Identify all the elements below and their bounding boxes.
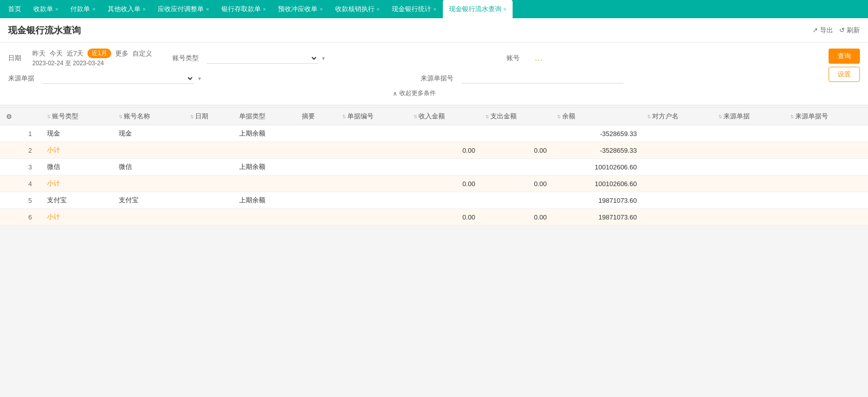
source-doc-no-input[interactable]	[462, 73, 623, 83]
table-cell: 3	[18, 159, 42, 175]
table-cell: 微信	[42, 159, 114, 175]
table-cell: 上期余额	[234, 192, 297, 209]
shortcut-custom[interactable]: 自定义	[132, 49, 152, 58]
th-source-doc-no[interactable]: ⇅来源单据号	[785, 108, 868, 125]
table-cell: 6	[18, 209, 42, 226]
table-cell: -3528659.33	[552, 125, 642, 142]
nav-item-yingshoutiaozheng[interactable]: 应收应付调整单 ×	[152, 0, 215, 18]
account-ellipsis-button[interactable]: ...	[535, 54, 543, 63]
table-cell	[0, 159, 18, 175]
table-cell	[785, 125, 868, 142]
close-icon[interactable]: ×	[92, 0, 95, 18]
table-cell	[0, 125, 18, 142]
close-icon[interactable]: ×	[433, 0, 436, 18]
date-range: 2023-02-24 至 2023-03-24	[32, 59, 152, 68]
close-icon[interactable]: ×	[377, 0, 380, 18]
table-header-row: ⚙ ⇅账号类型 ⇅账号名称 ⇅日期 单据类型 摘要 ⇅单据编号 ⇅收入金额 ⇅支…	[0, 108, 868, 125]
close-icon[interactable]: ×	[319, 0, 323, 18]
table-cell: 微信	[114, 159, 186, 175]
shortcut-yesterday[interactable]: 昨天	[32, 49, 45, 58]
th-date[interactable]: ⇅日期	[185, 108, 234, 125]
table-cell	[713, 175, 785, 192]
th-source-doc[interactable]: ⇅来源单据	[713, 108, 785, 125]
th-settings[interactable]: ⚙	[0, 108, 18, 125]
source-doc-select[interactable]	[42, 73, 194, 84]
table-cell	[337, 175, 409, 192]
table-cell: 支付宝	[114, 192, 186, 209]
filter-section: 日期 昨天 今天 近7天 近1月 更多 自定义 2023-02-24 至 202…	[8, 49, 860, 99]
th-account-type[interactable]: ⇅账号类型	[42, 108, 114, 125]
th-balance[interactable]: ⇅余额	[552, 108, 642, 125]
table-cell	[297, 125, 337, 142]
close-icon[interactable]: ×	[206, 0, 209, 18]
table-cell: 现金	[114, 125, 186, 142]
nav-item-xianjintongji[interactable]: 现金银行统计 ×	[386, 0, 442, 18]
nav-item-shoudan[interactable]: 收款单 ×	[27, 0, 64, 18]
nav-item-yinhangcunqu[interactable]: 银行存取款单 ×	[215, 0, 272, 18]
close-icon[interactable]: ×	[143, 0, 146, 18]
close-icon[interactable]: ×	[263, 0, 266, 18]
nav-item-liushui-active[interactable]: 现金银行流水查询 ×	[443, 0, 513, 18]
table-cell	[785, 175, 868, 192]
nav-item-fukuan[interactable]: 付款单 ×	[64, 0, 101, 18]
nav-item-yushoufan[interactable]: 预收冲应收单 ×	[272, 0, 329, 18]
shortcut-1month[interactable]: 近1月	[87, 49, 111, 58]
th-doc-type: 单据类型	[234, 108, 297, 125]
table-cell	[642, 192, 714, 209]
table-cell	[408, 159, 480, 175]
nav-home[interactable]: 首页	[2, 0, 27, 18]
table-cell	[785, 159, 868, 175]
refresh-button[interactable]: ↺ 刷新	[839, 26, 860, 35]
table-cell	[785, 209, 868, 226]
account-type-label: 账号类型	[172, 54, 199, 63]
refresh-icon: ↺	[839, 26, 845, 34]
account-type-select[interactable]	[207, 53, 318, 64]
th-income[interactable]: ⇅收入金额	[408, 108, 480, 125]
nav-item-qitashouru[interactable]: 其他收入单 ×	[102, 0, 152, 18]
top-nav: 首页 收款单 × 付款单 × 其他收入单 × 应收应付调整单 × 银行存取款单 …	[0, 0, 868, 18]
source-doc-no-group: 来源单据号	[421, 73, 821, 83]
close-icon[interactable]: ×	[504, 0, 507, 18]
chevron-down-icon: ▾	[322, 55, 325, 62]
filter-area: 日期 昨天 今天 近7天 近1月 更多 自定义 2023-02-24 至 202…	[0, 42, 868, 105]
table-cell	[114, 175, 186, 192]
nav-item-shouhuaxiao[interactable]: 收款核销执行 ×	[329, 0, 386, 18]
table-cell: 100102606.60	[552, 159, 642, 175]
table-cell: 0.00	[408, 175, 480, 192]
close-icon[interactable]: ×	[55, 0, 58, 18]
table-cell	[185, 192, 234, 209]
table-cell	[337, 159, 409, 175]
button-area: 查询 设置	[829, 49, 860, 82]
table-cell	[713, 192, 785, 209]
table-cell	[185, 209, 234, 226]
table-row: 3微信微信上期余额100102606.60	[0, 159, 868, 175]
settings-button[interactable]: 设置	[829, 67, 860, 82]
table-cell	[713, 142, 785, 159]
table-cell: 现金	[42, 125, 114, 142]
th-doc-no[interactable]: ⇅单据编号	[337, 108, 409, 125]
export-button[interactable]: ↗ 导出	[812, 26, 833, 35]
table-cell	[0, 209, 18, 226]
collapse-bar[interactable]: ∧ 收起更多条件	[8, 86, 820, 99]
table-cell: 上期余额	[234, 125, 297, 142]
th-expense[interactable]: ⇅支出金额	[480, 108, 552, 125]
table-cell	[642, 142, 714, 159]
table-cell	[337, 209, 409, 226]
table-cell: 2	[18, 142, 42, 159]
shortcut-more[interactable]: 更多	[115, 49, 128, 58]
th-counterpart[interactable]: ⇅对方户名	[642, 108, 714, 125]
th-account-name[interactable]: ⇅账号名称	[114, 108, 186, 125]
query-button[interactable]: 查询	[829, 49, 860, 64]
filter-main: 日期 昨天 今天 近7天 近1月 更多 自定义 2023-02-24 至 202…	[8, 49, 820, 99]
table-cell	[114, 142, 186, 159]
shortcut-today[interactable]: 今天	[50, 49, 63, 58]
table-cell: 0.00	[480, 175, 552, 192]
shortcut-7days[interactable]: 近7天	[67, 49, 83, 58]
table-container: ⚙ ⇅账号类型 ⇅账号名称 ⇅日期 单据类型 摘要 ⇅单据编号 ⇅收入金额 ⇅支…	[0, 107, 868, 226]
export-icon: ↗	[812, 26, 818, 34]
th-index	[18, 108, 42, 125]
filter-row-1: 日期 昨天 今天 近7天 近1月 更多 自定义 2023-02-24 至 202…	[8, 49, 820, 68]
table-cell	[785, 142, 868, 159]
table-cell	[185, 142, 234, 159]
table-cell: 0.00	[408, 209, 480, 226]
